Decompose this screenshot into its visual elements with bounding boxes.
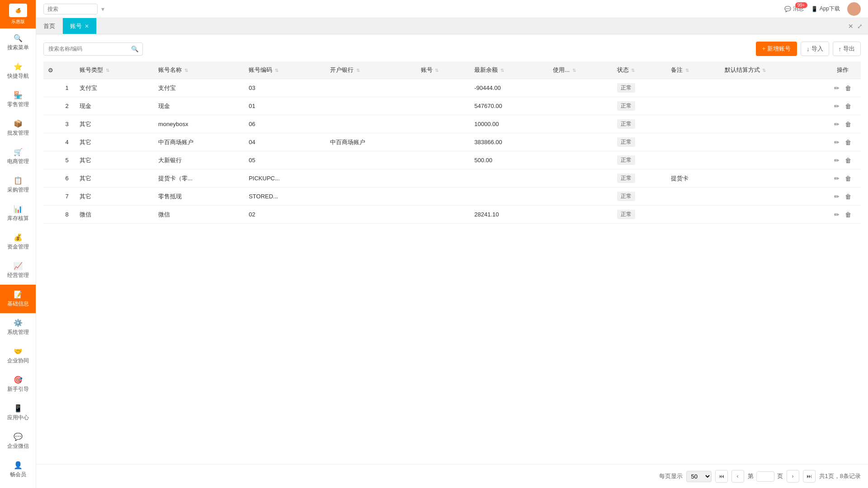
sidebar-item-inventory[interactable]: 📊库存核算 <box>0 199 36 228</box>
edit-button-6[interactable]: ✏ <box>832 174 841 183</box>
cell-type-1: 支付宝 <box>76 79 155 97</box>
cell-code-5: 05 <box>245 151 326 169</box>
quick-nav-label: 快捷导航 <box>7 72 29 80</box>
tab-close-account[interactable]: ✕ <box>85 23 89 29</box>
edit-button-7[interactable]: ✏ <box>832 192 841 201</box>
cell-settlement-7 <box>721 188 825 206</box>
export-button[interactable]: ↑ 导出 <box>833 42 861 56</box>
sidebar-item-ops-mgmt[interactable]: 📈经营管理 <box>0 256 36 285</box>
col-balance[interactable]: 最新余额 ⇅ <box>471 61 549 79</box>
sidebar-item-enterprise-agree[interactable]: 🤝企业协同 <box>0 342 36 370</box>
cell-balance-8: 28241.10 <box>471 206 549 224</box>
edit-button-8[interactable]: ✏ <box>832 210 841 219</box>
user-avatar[interactable] <box>847 2 861 16</box>
page-size-select[interactable]: 102050100 <box>686 471 712 482</box>
page-number-input[interactable]: 1 <box>756 471 774 482</box>
sidebar-item-retail-mgmt[interactable]: 🏪零售管理 <box>0 85 36 114</box>
sidebar-item-basic-info[interactable]: 📝基础信息 <box>0 285 36 313</box>
topbar-dropdown-icon[interactable]: ▾ <box>101 5 104 13</box>
tab-fullscreen-icon[interactable]: ⤢ <box>857 23 863 30</box>
tabbar: 首页账号✕ ✕ ⤢ <box>36 18 868 34</box>
newbie-guide-label: 新手引导 <box>7 385 29 393</box>
cell-gear-3 <box>43 115 58 133</box>
cell-ops-3: ✏ 🗑 <box>825 115 861 133</box>
sidebar-item-enterprise-wechat[interactable]: 💬企业微信 <box>0 427 36 455</box>
delete-button-7[interactable]: 🗑 <box>843 192 853 201</box>
topbar-message[interactable]: 💬 消息 99+ <box>784 5 804 13</box>
sys-mgmt-label: 系统管理 <box>7 328 29 336</box>
col-default-settlement[interactable]: 默认结算方式 ⇅ <box>721 61 825 79</box>
sidebar-item-ecommerce-mgmt[interactable]: 🛒电商管理 <box>0 142 36 171</box>
import-button[interactable]: ↓ 导入 <box>801 42 829 56</box>
cell-bank-5 <box>326 151 417 169</box>
cell-balance-1: -90444.00 <box>471 79 549 97</box>
edit-button-2[interactable]: ✏ <box>832 102 841 111</box>
sidebar-item-wholesale-mgmt[interactable]: 📦批发管理 <box>0 114 36 142</box>
cell-ops-5: ✏ 🗑 <box>825 151 861 169</box>
delete-button-6[interactable]: 🗑 <box>843 174 853 183</box>
first-page-button[interactable]: ⏮ <box>715 470 728 483</box>
cell-remark-1 <box>667 79 721 97</box>
toolbar: 🔍 + 新增账号 ↓ 导入 ↑ 导出 <box>43 42 861 56</box>
cell-balance-6 <box>471 169 549 188</box>
add-account-button[interactable]: + 新增账号 <box>756 42 797 56</box>
export-label: 导出 <box>843 45 855 53</box>
delete-button-4[interactable]: 🗑 <box>843 138 853 147</box>
col-bank[interactable]: 开户银行 ⇅ <box>326 61 417 79</box>
edit-button-5[interactable]: ✏ <box>832 156 841 165</box>
sidebar-item-newbie-guide[interactable]: 🎯新手引导 <box>0 370 36 399</box>
logo-symbol: 🍊 <box>15 8 21 13</box>
cell-name-5: 大新银行 <box>155 151 245 169</box>
status-badge-3: 正常 <box>617 119 635 129</box>
sidebar-item-purchase-mgmt[interactable]: 📋采购管理 <box>0 171 36 199</box>
last-page-button[interactable]: ⏭ <box>803 470 816 483</box>
delete-button-2[interactable]: 🗑 <box>843 102 853 111</box>
toolbar-actions: + 新增账号 ↓ 导入 ↑ 导出 <box>756 42 861 56</box>
delete-button-3[interactable]: 🗑 <box>843 120 853 129</box>
topbar-app-download[interactable]: 📱 App下载 <box>811 5 840 13</box>
edit-button-3[interactable]: ✏ <box>832 120 841 129</box>
cell-remark-7 <box>667 188 721 206</box>
table-header-row: ⚙ 账号类型 ⇅ 账号名称 ⇅ 账号编码 ⇅ 开户银行 ⇅ 账号 ⇅ 最新余额 … <box>43 61 861 79</box>
topbar-search-input[interactable] <box>43 4 98 14</box>
finance-mgmt-icon: 💰 <box>14 233 23 242</box>
col-account-type[interactable]: 账号类型 ⇅ <box>76 61 155 79</box>
col-status[interactable]: 状态 ⇅ <box>613 61 667 79</box>
col-remark[interactable]: 备注 ⇅ <box>667 61 721 79</box>
sidebar-item-search-menu[interactable]: 🔍搜索菜单 <box>0 28 36 57</box>
logo[interactable]: 🍊 乐惠版 <box>0 0 36 28</box>
sidebar-item-quick-nav[interactable]: ⭐快捷导航 <box>0 57 36 85</box>
quick-nav-icon: ⭐ <box>14 62 23 71</box>
prev-page-button[interactable]: ‹ <box>731 470 744 483</box>
edit-button-1[interactable]: ✏ <box>832 84 841 93</box>
topbar-left: ▾ <box>43 4 104 14</box>
retail-mgmt-label: 零售管理 <box>7 101 29 108</box>
search-input[interactable] <box>44 43 127 55</box>
tab-close-icon[interactable]: ✕ <box>848 23 854 30</box>
col-account-code[interactable]: 账号编码 ⇅ <box>245 61 326 79</box>
col-account-name[interactable]: 账号名称 ⇅ <box>155 61 245 79</box>
search-button[interactable]: 🔍 <box>127 43 142 55</box>
cell-bank-2 <box>326 97 417 115</box>
tab-account[interactable]: 账号✕ <box>63 18 97 34</box>
enterprise-wechat-icon: 💬 <box>14 432 23 441</box>
next-page-button[interactable]: › <box>787 470 799 483</box>
cell-index-7: 7 <box>58 188 76 206</box>
col-gear[interactable]: ⚙ <box>43 61 58 79</box>
cell-remark-4 <box>667 133 721 151</box>
delete-button-8[interactable]: 🗑 <box>843 210 853 219</box>
sidebar-item-finance-mgmt[interactable]: 💰资金管理 <box>0 228 36 256</box>
cell-index-3: 3 <box>58 115 76 133</box>
delete-button-5[interactable]: 🗑 <box>843 156 853 165</box>
col-account-no[interactable]: 账号 ⇅ <box>417 61 471 79</box>
edit-button-4[interactable]: ✏ <box>832 138 841 147</box>
sidebar-item-member[interactable]: 👤畅会员 <box>0 455 36 484</box>
col-usage[interactable]: 使用... ⇅ <box>549 61 613 79</box>
cell-account-no-7 <box>417 188 471 206</box>
delete-button-1[interactable]: 🗑 <box>843 84 853 93</box>
sidebar-item-sys-mgmt[interactable]: ⚙️系统管理 <box>0 313 36 342</box>
tab-home[interactable]: 首页 <box>36 18 63 34</box>
purchase-mgmt-label: 采购管理 <box>7 186 29 194</box>
sidebar-item-app-center[interactable]: 📱应用中心 <box>0 399 36 427</box>
ops-mgmt-label: 经营管理 <box>7 272 29 279</box>
